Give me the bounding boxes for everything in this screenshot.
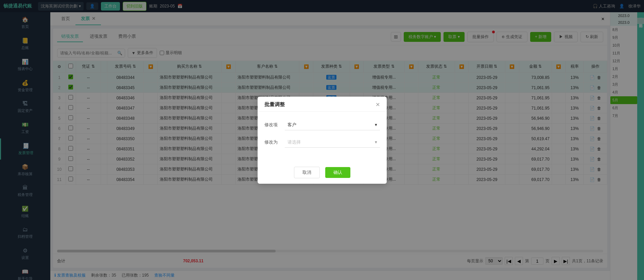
modal-title: 批量调整 (264, 101, 285, 108)
modal-header: 批量调整 ✕ (258, 97, 387, 112)
modal-body: 修改项 客户 ▾ 修改为 请选择 ▾ (258, 112, 387, 163)
modal-close-btn[interactable]: ✕ (376, 101, 380, 108)
form-row-modify-to: 修改为 请选择 ▾ (264, 137, 380, 148)
chevron-down-icon: ▾ (375, 122, 377, 127)
modify-to-placeholder: 请选择 (288, 139, 301, 145)
modify-to-select[interactable]: 请选择 ▾ (285, 137, 380, 148)
chevron-down-icon: ▾ (375, 139, 377, 145)
modal-confirm-btn[interactable]: 确认 (325, 167, 350, 178)
modify-item-value: 客户 (288, 122, 296, 128)
form-row-modify-item: 修改项 客户 ▾ (264, 120, 380, 130)
modal-footer: 取消 确认 (258, 163, 387, 184)
form-label-modify-to: 修改为 (264, 139, 285, 145)
batch-adjust-modal: 批量调整 ✕ 修改项 客户 ▾ 修改为 请选择 ▾ 取消 确认 (258, 97, 387, 184)
modal-overlay: 批量调整 ✕ 修改项 客户 ▾ 修改为 请选择 ▾ 取消 确认 (0, 0, 644, 280)
modify-item-select[interactable]: 客户 ▾ (285, 120, 380, 130)
form-label-modify-item: 修改项 (264, 122, 285, 128)
modal-cancel-btn[interactable]: 取消 (294, 167, 320, 178)
